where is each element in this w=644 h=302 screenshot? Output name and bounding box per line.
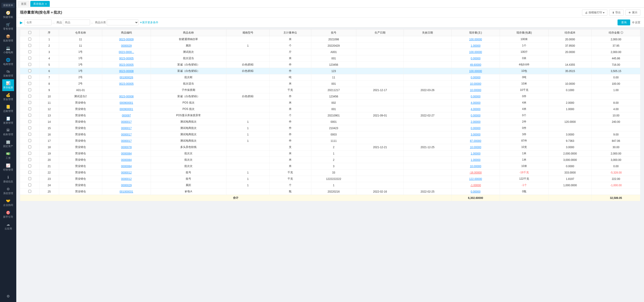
sidebar-item-operation[interactable]: 📈 经营管理 bbox=[2, 162, 14, 173]
row-warehouse: 1号 bbox=[59, 49, 102, 55]
sidebar-item-system[interactable]: ⚙ 系统管理 bbox=[2, 185, 14, 197]
table-row: 19 营业销仓 0000084 批次次 米 1 1.00000 1米 2,000… bbox=[20, 150, 640, 157]
export-button[interactable]: ⬆ 导出 bbox=[609, 10, 624, 16]
print-button[interactable]: 🖨 按模板打印 ▾ bbox=[582, 10, 607, 16]
row-checkbox[interactable] bbox=[20, 106, 40, 112]
sidebar-item-asset[interactable]: 🏢 固定资产 bbox=[2, 138, 14, 150]
sidebar-item-ledger[interactable]: 📒 总账管理 bbox=[2, 103, 14, 115]
row-qty-pkg: 4米 bbox=[500, 106, 548, 112]
expand-conditions-btn[interactable]: ▾ 展开更多条件 bbox=[140, 21, 158, 25]
filter-expand-toggle[interactable]: ▶ bbox=[20, 20, 22, 25]
sidebar-item-purchase[interactable]: 🛍 采购管理 bbox=[2, 68, 14, 79]
row-unit: 米 bbox=[270, 106, 311, 112]
row-checkbox[interactable] bbox=[20, 36, 40, 43]
sidebar-item-retail[interactable]: 🛒 零售管理 bbox=[2, 21, 14, 32]
row-checkbox[interactable] bbox=[20, 144, 40, 150]
sidebar-item-basic[interactable]: ℹ 基础信息 bbox=[2, 173, 14, 185]
row-checkbox[interactable] bbox=[20, 55, 40, 62]
filter-warehouse: ... bbox=[24, 20, 55, 25]
purchase-icon: 🛍 bbox=[6, 70, 10, 74]
row-qty-main: 87.00000 bbox=[451, 138, 500, 144]
row-spec bbox=[226, 106, 270, 112]
table-row: 18 营业销仓 0000078 多头异色软线 支 2 2021-12-21 20… bbox=[20, 144, 640, 150]
row-unit: 支 bbox=[270, 144, 311, 150]
row-batch: 123456 bbox=[311, 62, 356, 68]
tab-home[interactable]: 首页 bbox=[18, 1, 30, 7]
category-label: 商品分类 bbox=[95, 21, 106, 25]
row-batch: A001 bbox=[311, 49, 356, 55]
row-checkbox[interactable] bbox=[20, 49, 40, 55]
row-checkbox[interactable] bbox=[20, 112, 40, 119]
row-checkbox[interactable] bbox=[20, 119, 40, 125]
row-checkbox[interactable] bbox=[20, 93, 40, 100]
row-checkbox[interactable] bbox=[20, 163, 40, 170]
row-exp-date bbox=[404, 55, 451, 62]
invoice-icon: 🧾 bbox=[6, 116, 10, 121]
th-name: 商品名称 bbox=[151, 30, 226, 36]
row-cost: 3.0000 bbox=[548, 131, 592, 138]
sidebar-item-collab[interactable]: 🤝 企业协同 bbox=[2, 197, 14, 209]
row-prod-date bbox=[356, 176, 404, 182]
select-all-checkbox[interactable] bbox=[28, 31, 31, 34]
row-unit: 个 bbox=[270, 43, 311, 49]
sidebar-item-inventory[interactable]: 📊 库存核算 bbox=[2, 79, 14, 91]
sidebar-item-settings[interactable]: ⚙ bbox=[6, 292, 11, 300]
row-spec bbox=[226, 74, 270, 81]
row-checkbox[interactable] bbox=[20, 150, 40, 157]
row-qty-pkg: 100斤 bbox=[500, 49, 548, 55]
tab-close-icon[interactable]: ✕ bbox=[45, 3, 47, 5]
row-checkbox[interactable] bbox=[20, 81, 40, 87]
row-checkbox[interactable] bbox=[20, 138, 40, 144]
row-checkbox[interactable] bbox=[20, 100, 40, 106]
sidebar-item-finance[interactable]: 💰 资金管理 bbox=[2, 91, 14, 103]
row-warehouse: 营业销仓 bbox=[59, 125, 102, 131]
row-checkbox[interactable] bbox=[20, 62, 40, 68]
row-name: 批次次 bbox=[151, 157, 226, 163]
row-warehouse: 营业销仓 bbox=[59, 138, 102, 144]
row-checkbox[interactable] bbox=[20, 125, 40, 131]
sidebar-item-tax[interactable]: 🏛 税务管理 bbox=[2, 126, 14, 138]
row-cost bbox=[548, 55, 592, 62]
row-checkbox[interactable] bbox=[20, 68, 40, 74]
sidebar-search[interactable]: 搜索菜单 bbox=[1, 3, 15, 8]
row-checkbox[interactable] bbox=[20, 74, 40, 81]
row-checkbox[interactable] bbox=[20, 43, 40, 49]
row-checkbox[interactable] bbox=[20, 87, 40, 93]
row-batch: 20210901 bbox=[311, 112, 356, 119]
row-code: 0000012 bbox=[102, 170, 151, 176]
row-checkbox[interactable] bbox=[20, 157, 40, 163]
warehouse-input[interactable] bbox=[24, 20, 52, 25]
row-unit: 千克 bbox=[270, 170, 311, 176]
tab-inventory-batch[interactable]: 库存批次 ✕ bbox=[30, 1, 50, 7]
row-amount: 3,505.15 bbox=[592, 68, 640, 74]
sidebar-label-finance: 资金管理 bbox=[3, 98, 13, 101]
search-button[interactable]: 查询 bbox=[618, 20, 630, 25]
category-select[interactable] bbox=[107, 20, 138, 25]
row-warehouse: 营业销仓 bbox=[59, 112, 102, 119]
row-warehouse: 测试适当2 bbox=[59, 93, 102, 100]
sidebar-item-ecom[interactable]: 🌐 电商管理 bbox=[2, 56, 14, 68]
row-checkbox[interactable] bbox=[20, 182, 40, 189]
sidebar-item-ecom-small[interactable]: 💻 小额电商 bbox=[2, 44, 14, 56]
row-checkbox[interactable] bbox=[20, 189, 40, 195]
row-code: 000900001 bbox=[102, 106, 151, 112]
display-button[interactable]: 👁 展示 bbox=[626, 10, 640, 16]
row-prod-date bbox=[356, 49, 404, 55]
row-checkbox[interactable] bbox=[20, 131, 40, 138]
sidebar-item-guide[interactable]: 🎯 新手引导 bbox=[2, 209, 14, 220]
row-code bbox=[102, 87, 151, 93]
tab-home-label: 首页 bbox=[21, 2, 26, 6]
row-checkbox[interactable] bbox=[20, 170, 40, 176]
row-checkbox[interactable] bbox=[20, 176, 40, 182]
sidebar-item-cloud[interactable]: ☁ 云应用 bbox=[2, 220, 14, 232]
settings-small-icon: ⚙ bbox=[632, 21, 634, 24]
sidebar-item-quicknav[interactable]: 🧭 快捷导航 bbox=[0, 9, 16, 21]
sidebar-item-salary[interactable]: 💵 工资 bbox=[2, 150, 14, 162]
settings-text-btn[interactable]: ⚙ 设置 bbox=[632, 21, 640, 25]
sidebar-item-invoice[interactable]: 🧾 发票管理 bbox=[2, 115, 14, 126]
sidebar-item-wholesale[interactable]: 📦 批发管理 bbox=[2, 32, 14, 44]
row-exp-date bbox=[404, 163, 451, 170]
goods-input[interactable] bbox=[63, 20, 90, 25]
row-qty-pkg: 1米 bbox=[500, 157, 548, 163]
row-qty-pkg: 0个 bbox=[500, 112, 548, 119]
